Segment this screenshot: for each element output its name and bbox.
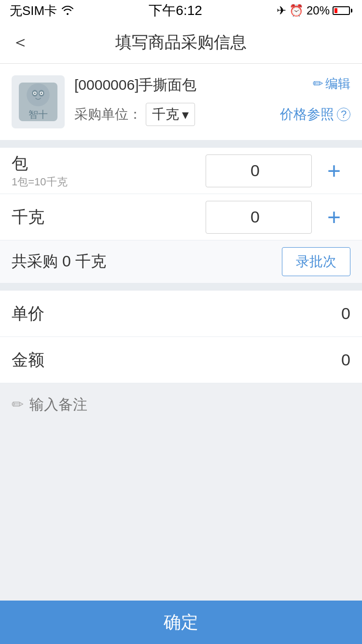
product-header: [0000006]手撕面包 ✏ 编辑 — [74, 75, 350, 95]
unit-value: 千克 — [152, 105, 179, 124]
bao-label: 包 — [12, 153, 79, 175]
section-divider-1 — [0, 144, 362, 148]
input-section: 包 1包=10千克 + 千克 + — [0, 148, 362, 240]
remark-input[interactable] — [29, 395, 350, 444]
logo-text: 智十 — [28, 108, 48, 121]
status-left: 无SIM卡 — [10, 2, 74, 19]
bao-field: + — [79, 154, 350, 187]
amount-value: 0 — [341, 350, 350, 369]
product-logo: 智十 — [19, 83, 57, 121]
svg-point-5 — [34, 92, 36, 94]
batch-button[interactable]: 录批次 — [282, 247, 350, 276]
battery-icon — [333, 6, 352, 15]
status-bar: 无SIM卡 下午6:12 ✈ ⏰ 20% — [0, 0, 362, 21]
kg-input[interactable] — [206, 201, 312, 234]
total-row: 共采购 0 千克 录批次 — [0, 240, 362, 287]
content-area — [0, 456, 362, 601]
kg-label: 千克 — [12, 206, 79, 228]
confirm-label: 确定 — [164, 611, 198, 634]
kg-label-group: 千克 — [12, 206, 79, 228]
product-name: [0000006]手撕面包 — [74, 75, 196, 95]
bao-label-group: 包 1包=10千克 — [12, 153, 79, 189]
amount-label: 金额 — [12, 349, 44, 371]
kg-field: + — [79, 201, 350, 234]
bao-sublabel: 1包=10千克 — [12, 175, 79, 189]
pencil-icon: ✏ — [12, 396, 24, 413]
nav-bar: ＜ 填写商品采购信息 — [0, 21, 362, 64]
kg-plus-button[interactable]: + — [318, 201, 350, 234]
section-divider-2 — [0, 287, 362, 291]
total-amount: 0 — [62, 252, 71, 270]
back-button[interactable]: ＜ — [12, 30, 29, 54]
edit-button[interactable]: ✏ 编辑 — [313, 75, 350, 92]
unit-price-row: 单价 0 — [0, 291, 362, 337]
unit-price-value: 0 — [341, 304, 350, 323]
confirm-button[interactable]: 确定 — [0, 601, 362, 644]
status-time: 下午6:12 — [149, 1, 202, 20]
price-ref-label: 价格参照 — [280, 105, 334, 124]
product-unit-row: 采购单位： 千克 ▾ 价格参照 ? — [74, 103, 350, 126]
product-info: [0000006]手撕面包 ✏ 编辑 采购单位： 千克 ▾ 价格参照 ? — [74, 75, 350, 126]
alarm-icon: ⏰ — [289, 4, 304, 17]
svg-point-6 — [41, 92, 42, 94]
total-text: 共采购 0 千克 — [12, 251, 106, 272]
price-section: 单价 0 金额 0 — [0, 291, 362, 383]
location-icon: ✈ — [277, 4, 286, 17]
product-image: 智十 — [12, 75, 65, 128]
total-unit: 千克 — [75, 252, 106, 270]
page-title: 填写商品采购信息 — [115, 31, 247, 54]
bao-input[interactable] — [206, 154, 312, 187]
status-right: ✈ ⏰ 20% — [277, 4, 352, 17]
unit-price-label: 单价 — [12, 303, 44, 325]
wifi-icon — [61, 3, 74, 18]
edit-icon: ✏ — [313, 76, 323, 91]
unit-select[interactable]: 千克 ▾ — [146, 103, 195, 126]
kg-input-row: 千克 + — [0, 194, 362, 240]
bao-input-row: 包 1包=10千克 + — [0, 148, 362, 194]
dropdown-icon: ▾ — [182, 107, 189, 123]
svg-point-0 — [27, 84, 50, 107]
amount-row: 金额 0 — [0, 337, 362, 383]
product-card: 智十 [0000006]手撕面包 ✏ 编辑 采购单位： 千克 ▾ 价格参照 ? — [0, 64, 362, 144]
help-icon: ? — [337, 108, 350, 121]
unit-label: 采购单位： — [74, 105, 142, 124]
price-ref-button[interactable]: 价格参照 ? — [280, 105, 350, 124]
remark-section: ✏ — [0, 383, 362, 456]
battery-pct: 20% — [306, 4, 330, 17]
bao-plus-button[interactable]: + — [318, 154, 350, 187]
carrier-text: 无SIM卡 — [10, 2, 57, 19]
